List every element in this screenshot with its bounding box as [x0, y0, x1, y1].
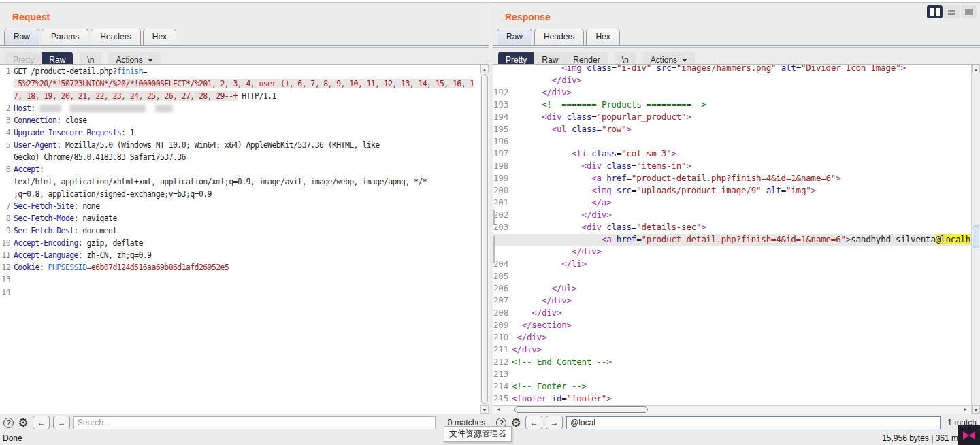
code-line: 7Sec-Fetch-Site: none — [0, 201, 480, 214]
code-line: 4Upgrade-Insecure-Requests: 1 — [0, 128, 480, 140]
layout-rows-button[interactable] — [944, 5, 960, 18]
request-editor[interactable]: 1GET /product-detail.php?finish=-5%27%20… — [0, 64, 489, 414]
code-line: 5User-Agent: Mozilla/5.0 (Windows NT 10.… — [0, 140, 480, 152]
code-line: 200 <img src="uploads/product_image/9" a… — [493, 185, 971, 197]
code-line: 207 </div> — [493, 295, 971, 308]
code-line: 13 — [0, 275, 480, 287]
code-line: 213 — [493, 369, 971, 381]
pane-icon — [936, 8, 940, 16]
code-line: 2Host: — [0, 103, 480, 116]
code-line: 211</div> — [493, 344, 971, 357]
response-vscroll-thumb[interactable] — [973, 225, 979, 248]
code-line: 7, 18, 19, 20, 21, 22, 23, 24, 25, 26, 2… — [0, 91, 480, 103]
code-line: 11Accept-Language: zh-CN, zh;q=0.9 — [0, 250, 480, 263]
code-line: <a href="product-detail.php?finish=4&id=… — [493, 234, 971, 246]
single-pane-icon — [965, 9, 973, 15]
code-line: 206 </ul> — [493, 283, 971, 295]
code-line: 205 — [493, 271, 971, 283]
code-line: 196 — [493, 136, 971, 148]
code-line: ;q=0.8, application/signed-exchange;v=b3… — [0, 189, 480, 201]
response-tab-hex[interactable]: Hex — [586, 29, 619, 45]
request-tabs: Raw Params Headers Hex — [4, 29, 178, 45]
code-line: 10Accept-Encoding: gzip, deflate — [0, 238, 480, 250]
response-panel: Response Raw Headers Hex Pretty Raw Rend… — [493, 3, 980, 431]
code-line: 12Cookie: PHPSESSID=e6b07d124d516aa69b86… — [0, 263, 480, 275]
layout-buttons — [927, 5, 977, 18]
response-tab-headers[interactable]: Headers — [534, 29, 584, 45]
code-line: 215<footer id="footer"> — [493, 393, 971, 405]
code-line: -5%27%20/*!50723UNION*/%20/*!00000SELECT… — [0, 79, 480, 91]
code-line: 199 <a href="product-detail.php?finish=4… — [493, 173, 971, 185]
code-line: Gecko) Chrome/85.0.4183.83 Safari/537.36 — [0, 152, 480, 165]
rows-icon — [948, 10, 956, 15]
find-previous-button[interactable]: ← — [33, 416, 50, 429]
file-explorer-tooltip: 文件资源管理器 — [444, 426, 512, 442]
status-bytes: 15,956 bytes | 361 m — [882, 433, 958, 443]
actions-label: Actions — [116, 55, 142, 65]
code-line: 214<!-- Footer --> — [493, 381, 971, 393]
search-marker — [493, 210, 495, 225]
status-done: Done — [3, 433, 22, 443]
search-marker — [493, 236, 495, 263]
find-next-button[interactable]: → — [546, 416, 563, 429]
scroll-up-icon[interactable]: ▲ — [972, 65, 980, 73]
chevron-down-icon — [148, 59, 153, 62]
find-next-button[interactable]: → — [53, 416, 70, 429]
code-line: 197 <li class="col-sm-3"> — [493, 148, 971, 161]
help-icon[interactable]: ? — [3, 418, 14, 428]
code-line: 202 </div> — [493, 210, 971, 222]
code-line: 209 </section> — [493, 320, 971, 332]
find-previous-button[interactable]: ← — [525, 416, 542, 429]
request-search-input[interactable] — [74, 416, 436, 429]
request-tab-hex[interactable]: Hex — [143, 29, 176, 45]
code-line: 204 </li> — [493, 259, 971, 271]
code-line: 194 <div class="popurlar_product"> — [493, 112, 971, 124]
layout-single-button[interactable] — [961, 5, 977, 18]
response-tab-raw[interactable]: Raw — [497, 29, 532, 45]
scroll-right-icon[interactable]: ► — [961, 406, 970, 414]
response-findbar: ? ⚙ ← → 1 match — [493, 414, 980, 431]
code-line: 6Accept: — [0, 165, 480, 177]
scroll-down-icon[interactable]: ▼ — [480, 405, 489, 414]
code-line: </div> — [493, 75, 971, 87]
code-line: 193 <!--======= Products =========--> — [493, 99, 971, 112]
scroll-left-icon[interactable]: ◄ — [494, 406, 503, 414]
burp-repeater-window: Request Raw Params Headers Hex Pretty Ra… — [0, 0, 980, 445]
code-line: 212<!-- End Content --> — [493, 357, 971, 369]
request-tab-raw[interactable]: Raw — [4, 29, 39, 45]
code-line: 1GET /product-detail.php?finish= — [0, 67, 480, 79]
request-vscrollbar[interactable]: ▲ ▼ — [480, 65, 489, 414]
code-line: 8Sec-Fetch-Mode: navigate — [0, 214, 480, 226]
chevron-down-icon — [682, 59, 687, 62]
code-line: 3Connection: close — [0, 116, 480, 128]
tab-underline — [493, 45, 980, 48]
response-hscroll-thumb[interactable] — [514, 406, 648, 413]
code-line: text/html, application/xhtml+xml, applic… — [0, 177, 480, 189]
code-line: <img class="i-div" src="images/hammers.p… — [493, 65, 971, 75]
code-line: 208 </div> — [493, 308, 971, 320]
request-title: Request — [12, 12, 50, 22]
response-hscrollbar[interactable]: ◄ ► — [493, 405, 971, 414]
scroll-up-icon[interactable]: ▲ — [480, 65, 489, 73]
response-editor[interactable]: <img class="i-div" src="images/hammers.p… — [493, 64, 980, 414]
tab-underline — [0, 45, 489, 48]
request-findbar: ? ⚙ ← → 0 matches — [0, 414, 489, 431]
recorder-logo-icon — [958, 425, 980, 445]
request-vscroll-thumb[interactable] — [481, 74, 488, 404]
response-tabs: Raw Headers Hex — [497, 29, 622, 45]
code-line: 14 — [0, 287, 480, 299]
code-line: 201 </a> — [493, 197, 971, 210]
request-panel: Request Raw Params Headers Hex Pretty Ra… — [0, 3, 489, 431]
code-line: 192 </div> — [493, 87, 971, 99]
request-tab-params[interactable]: Params — [42, 29, 88, 45]
code-line: 210 </div> — [493, 332, 971, 344]
settings-gear-icon[interactable]: ⚙ — [17, 416, 29, 430]
code-line: 195 <ul class="row"> — [493, 124, 971, 136]
code-line: 9Sec-Fetch-Dest: document — [0, 226, 480, 238]
scroll-down-icon[interactable]: ▼ — [972, 405, 980, 414]
layout-columns-button[interactable] — [927, 5, 943, 18]
response-search-input[interactable] — [566, 416, 941, 429]
request-tab-headers[interactable]: Headers — [91, 29, 140, 45]
response-vscrollbar[interactable]: ▲ ▼ — [971, 65, 980, 414]
code-line: 198 <div class="items-in"> — [493, 161, 971, 173]
